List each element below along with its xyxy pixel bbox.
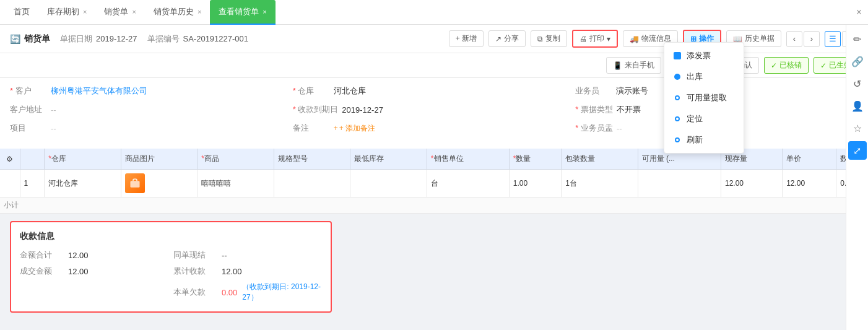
close-sales-tab[interactable]: × [132, 8, 136, 15]
close-inventory-tab[interactable]: × [83, 8, 87, 15]
sidebar-icon-refresh[interactable]: ↺ [848, 74, 867, 93]
cumulative-item: 累计收款 12.00 [173, 266, 322, 277]
toolbar-right: + 新增 ↗ 分享 ⧉ 复制 🖨 打印 ▾ 🚚 物流信息 ⊞ 操作 📖 历史单据… [449, 30, 858, 48]
new-button[interactable]: + 新增 [449, 30, 484, 47]
col-qty: *数量 [509, 149, 561, 170]
tab-sales-history[interactable]: 销货单历史 × [145, 0, 210, 25]
available-qty-item[interactable]: 可用量提取 [664, 87, 744, 108]
from-phone-button[interactable]: 📱 来自手机 [606, 57, 661, 74]
staff-value: 演示账号 [616, 85, 648, 97]
print-dropdown-arrow: ▾ [607, 35, 610, 43]
row-min-stock [350, 170, 427, 198]
tab-view-sales[interactable]: 查看销货单 × [210, 0, 275, 25]
sidebar-icon-expand[interactable]: ⤢ [848, 141, 867, 160]
copy-icon: ⧉ [537, 35, 543, 43]
ticket-type-label: 票据类型 [581, 105, 613, 114]
close-history-tab[interactable]: × [197, 8, 201, 15]
project-label: 项目 [10, 123, 47, 134]
sidebar-icon-edit[interactable]: ✏ [848, 30, 867, 48]
share-button[interactable]: ↗ 分享 [488, 30, 526, 47]
row-sales-unit: 台 [427, 170, 509, 198]
product-table-wrap: ⚙ *仓库 商品图片 *商品 规格型号 最低库存 *销售单位 *数量 包装数量 … [0, 149, 868, 214]
warehouse-label: 仓库 [298, 86, 314, 95]
col-unit-price: 单价 [783, 149, 836, 170]
doc-type-title: 🔄 销货单 [10, 33, 50, 45]
transaction-value: 12.00 [68, 267, 89, 276]
logistics-icon: 🚚 [630, 35, 639, 43]
tab-sales-order[interactable]: 销货单 × [95, 0, 144, 25]
col-product: *商品 [197, 149, 274, 170]
sidebar-icon-person[interactable]: 👤 [848, 97, 867, 115]
tab-home[interactable]: 首页 [5, 0, 38, 25]
sidebar-icon-star[interactable]: ☆ [848, 119, 867, 137]
svg-rect-0 [130, 181, 139, 188]
warehouse-field: * 仓库 河北仓库 [293, 85, 576, 97]
locate-item[interactable]: 定位 [664, 108, 744, 129]
doc-number-meta: 单据编号 SA-20191227-001 [147, 33, 249, 45]
payment-title: 收款信息 [20, 231, 322, 242]
refresh-item[interactable]: 刷新 [664, 129, 744, 150]
customer-value[interactable]: 柳州粤港平安气体有限公司 [51, 85, 147, 97]
row-pack-qty: 1台 [562, 170, 638, 198]
window-close-button[interactable]: × [856, 7, 862, 18]
nav-arrows: ‹ › [786, 31, 820, 47]
row-gear[interactable] [0, 170, 20, 198]
col-min-stock: 最低库存 [350, 149, 427, 170]
total-amount-item: 金额合计 12.00 [20, 250, 168, 261]
refresh-icon [673, 136, 682, 144]
available-qty-icon [673, 93, 682, 102]
customer-field: * 客户 柳州粤港平安气体有限公司 [10, 85, 293, 97]
active-check-icon: ✓ [820, 61, 827, 70]
staff2-value: -- [617, 124, 622, 133]
payment-grid: 金额合计 12.00 同单现结 -- 成交金额 12.00 累计收款 12.00… [20, 250, 322, 303]
address-field: 客户地址 -- [10, 104, 293, 115]
outbound-item[interactable]: 出库 [664, 66, 744, 87]
col-row-num [20, 149, 45, 170]
row-product-img [121, 170, 197, 198]
close-view-sales-tab[interactable]: × [263, 8, 266, 15]
address-label: 客户地址 [10, 104, 47, 115]
row-qty: 1.00 [509, 170, 561, 198]
share-icon: ↗ [495, 35, 501, 43]
list-view-button[interactable]: ☰ [825, 31, 841, 47]
locate-icon [673, 115, 682, 123]
total-amount-value: 12.00 [68, 251, 89, 260]
copy-button[interactable]: ⧉ 复制 [531, 30, 567, 47]
print-icon: 🖨 [579, 35, 587, 43]
col-gear[interactable]: ⚙ [0, 149, 20, 170]
due-date-value: 2019-12-27 [342, 105, 383, 115]
due-date-label: 收款到期日 [298, 105, 338, 114]
col-product-img: 商品图片 [121, 149, 197, 170]
payment-section: 收款信息 金额合计 12.00 同单现结 -- 成交金额 12.00 累计收款 … [10, 221, 332, 313]
outbound-icon [673, 72, 682, 81]
confirmed-check-icon: ✓ [771, 61, 777, 70]
sidebar-icon-link[interactable]: 🔗 [848, 52, 867, 71]
col-spec: 规格型号 [274, 149, 350, 170]
add-note-button[interactable]: + + 添加备注 [334, 123, 375, 134]
tab-inventory-init[interactable]: 库存期初 × [38, 0, 95, 25]
transaction-item: 成交金额 12.00 [20, 266, 168, 277]
ticket-type-value: 不开票 [617, 104, 641, 115]
prev-arrow[interactable]: ‹ [786, 31, 802, 47]
subtotal-row: 小计 [0, 198, 868, 214]
address-value: -- [51, 105, 56, 115]
table-row: 1 河北仓库 嘻嘻嘻嘻 台 1.00 1台 12.00 12.00 0. [0, 170, 868, 198]
staff-label: 业务员 [575, 85, 612, 97]
operation-dropdown: 添发票 出库 可用量提取 定位 刷新 [664, 42, 744, 154]
add-invoice-item[interactable]: 添发票 [664, 45, 744, 66]
row-available [638, 170, 721, 198]
project-field: 项目 -- [10, 123, 293, 134]
doc-icon: 🔄 [10, 34, 20, 44]
print-button[interactable]: 🖨 打印 ▾ [572, 30, 618, 48]
phone-icon: 📱 [613, 61, 622, 70]
row-current-stock: 12.00 [721, 170, 782, 198]
confirmed-button[interactable]: ✓ 已核销 [764, 57, 809, 74]
note-field: 备注 + + 添加备注 [293, 123, 576, 134]
next-arrow[interactable]: › [804, 31, 820, 47]
row-spec [274, 170, 350, 198]
subtotal-label: 小计 [0, 198, 868, 214]
doc-date-meta: 单据日期 2019-12-27 [60, 33, 137, 45]
product-image [125, 173, 145, 193]
same-order-item: 同单现结 -- [173, 250, 322, 261]
right-sidebar: ✏ 🔗 ↺ 👤 ☆ ⤢ [846, 25, 868, 320]
